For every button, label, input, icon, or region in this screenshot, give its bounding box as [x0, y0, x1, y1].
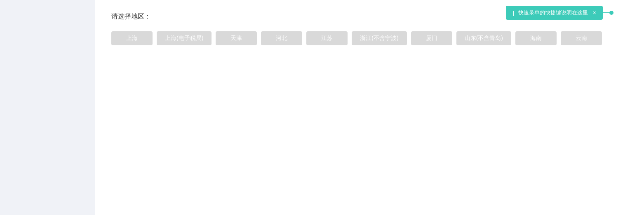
region-button-hainan[interactable]: 海南 [515, 31, 557, 45]
region-button-shanghai[interactable]: 上海 [111, 31, 153, 45]
region-button-jiangsu[interactable]: 江苏 [306, 31, 348, 45]
region-button-tianjin[interactable]: 天津 [216, 31, 257, 45]
region-button-zhejiang[interactable]: 浙江(不含宁波) [352, 31, 407, 45]
main-content: 请选择地区： 上海上海(电子税局)天津河北江苏浙江(不含宁波)厦门山东(不含青岛… [95, 0, 644, 215]
region-button-hebei[interactable]: 河北 [261, 31, 302, 45]
sidebar [0, 0, 95, 215]
region-button-shanghai-etax[interactable]: 上海(电子税局) [157, 31, 212, 45]
tooltip-text: 快速录单的快捷键说明在这里 [518, 9, 588, 16]
region-button-yunnan[interactable]: 云南 [561, 31, 602, 45]
tooltip-dot [609, 11, 613, 15]
region-button-xiamen[interactable]: 厦门 [411, 31, 452, 45]
region-button-shandong[interactable]: 山东(不含青岛) [456, 31, 511, 45]
region-grid: 上海上海(电子税局)天津河北江苏浙江(不含宁波)厦门山东(不含青岛)海南云南 [111, 31, 628, 45]
tooltip-banner: 快速录单的快捷键说明在这里 × [506, 6, 603, 20]
tooltip-line [602, 12, 610, 13]
tooltip-close-button[interactable]: × [593, 9, 596, 16]
